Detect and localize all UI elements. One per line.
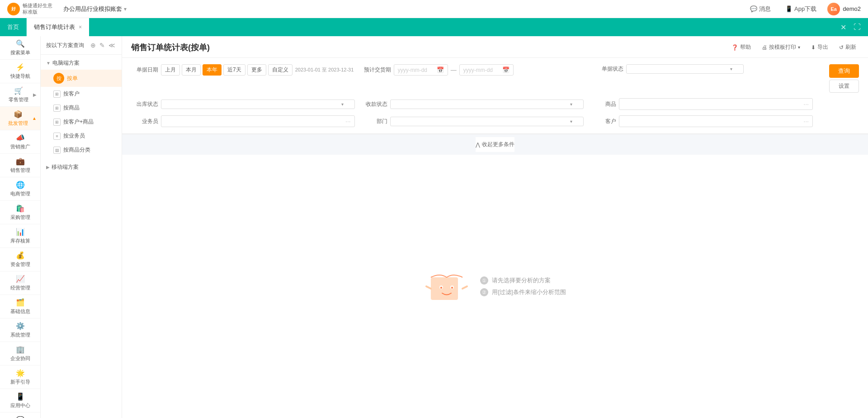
enterprise-icon: 🏢 bbox=[16, 345, 25, 354]
help-button[interactable]: ❓ 帮助 bbox=[729, 42, 754, 53]
dept-select[interactable]: ▾ bbox=[390, 117, 584, 126]
date-btn-this-year[interactable]: 本年 bbox=[203, 64, 222, 76]
goods-label: 商品 bbox=[589, 100, 616, 108]
tab-home[interactable]: 首页 bbox=[0, 18, 27, 36]
scheme-item-by-salesperson[interactable]: ≡ 按业务员 bbox=[41, 129, 122, 143]
scheme-title: 按以下方案查询 bbox=[46, 42, 87, 49]
scheme-group-desktop-title[interactable]: ▼ 电脑端方案 bbox=[41, 57, 122, 70]
sidebar-item-purchase[interactable]: 🛍️ 采购管理 bbox=[0, 201, 40, 224]
collapse-bar: ⋀ 收起更多条件 bbox=[122, 134, 868, 155]
sidebar-item-shortcut[interactable]: ⚡ 快捷导航 bbox=[0, 60, 40, 83]
svg-point-4 bbox=[451, 287, 453, 289]
scheme-item-by-cust-goods[interactable]: ⊞ 按客户+商品 bbox=[41, 115, 122, 129]
empty-hints: ① 请先选择要分析的方案 ② 用[过滤]条件来缩小分析范围 bbox=[480, 276, 566, 296]
salesperson-label: 业务员 bbox=[131, 118, 158, 125]
sidebar-item-operation[interactable]: 📈 经营管理 bbox=[0, 271, 40, 295]
main-content: 销售订单统计表(按单) ❓ 帮助 🖨 按模板打印 ▾ ⬇ bbox=[122, 36, 868, 418]
logo-area: 好 畅捷通好生意 标准版 bbox=[7, 3, 52, 15]
operation-icon: 📈 bbox=[16, 275, 25, 283]
goods-input[interactable]: ··· bbox=[619, 98, 813, 110]
scheme-mobile-label: 移动端方案 bbox=[52, 163, 79, 171]
basic-icon: 🗂️ bbox=[16, 298, 25, 307]
date-label: 单据日期 bbox=[131, 66, 158, 74]
sidebar-item-marketing[interactable]: 📣 营销推广 bbox=[0, 130, 40, 154]
setting-button[interactable]: 设置 bbox=[829, 80, 859, 93]
sidebar-item-weixin[interactable]: 💬 企业微信 bbox=[0, 413, 40, 418]
customer-input[interactable]: ··· bbox=[619, 115, 813, 127]
top-bar: 好 畅捷通好生意 标准版 办公用品行业模拟账套 ▾ 💬 消息 📱 App下载 E… bbox=[0, 0, 868, 18]
status-select[interactable]: ▾ bbox=[626, 64, 744, 74]
message-button[interactable]: 💬 消息 bbox=[746, 3, 774, 15]
sidebar-item-basic[interactable]: 🗂️ 基础信息 bbox=[0, 295, 40, 318]
scheme-item-by-category[interactable]: ▤ 按商品分类 bbox=[41, 143, 122, 157]
svg-line-6 bbox=[462, 286, 467, 289]
tab-sales-order[interactable]: 销售订单统计表 × bbox=[27, 18, 89, 36]
sidebar-item-inventory[interactable]: 📊 库存核算 bbox=[0, 224, 40, 248]
empty-state: ① 请先选择要分析的方案 ② 用[过滤]条件来缩小分析范围 bbox=[122, 155, 868, 418]
search-button[interactable]: 查询 bbox=[829, 64, 859, 78]
scheme-edit-button[interactable]: ✎ bbox=[99, 41, 106, 50]
tab-close-button[interactable]: × bbox=[79, 24, 82, 30]
scheme-collapse-button[interactable]: ≪ bbox=[108, 41, 116, 50]
dept-arrow-icon: ▾ bbox=[570, 119, 572, 124]
export-button[interactable]: ⬇ 导出 bbox=[808, 42, 831, 53]
date-btn-custom[interactable]: 自定义 bbox=[268, 64, 292, 76]
breadcrumb[interactable]: 办公用品行业模拟账套 ▾ bbox=[63, 5, 127, 13]
sidebar-label-operation: 经营管理 bbox=[10, 285, 30, 291]
sidebar-item-newbie[interactable]: 🌟 新手引导 bbox=[0, 366, 40, 389]
inventory-icon: 📊 bbox=[16, 228, 25, 236]
sidebar-item-ecom[interactable]: 🌐 电商管理 bbox=[0, 177, 40, 201]
print-button[interactable]: 🖨 按模板打印 ▾ bbox=[759, 42, 803, 53]
sidebar-label-sales: 销售管理 bbox=[10, 167, 30, 173]
salesperson-input[interactable]: ··· bbox=[161, 115, 355, 127]
tab-bar: 首页 销售订单统计表 × ✕ ⛶ bbox=[0, 18, 868, 36]
scheme-item-label-by-order: 按单 bbox=[67, 75, 78, 82]
scheme-item-by-order[interactable]: 按 按单 bbox=[41, 70, 122, 87]
sidebar-item-system[interactable]: ⚙️ 系统管理 bbox=[0, 318, 40, 342]
sidebar-item-appstore[interactable]: 📱 应用中心 bbox=[0, 389, 40, 413]
refresh-button[interactable]: ↺ 刷新 bbox=[836, 42, 859, 53]
app-download-button[interactable]: 📱 App下载 bbox=[782, 3, 820, 15]
date-dash: — bbox=[451, 66, 457, 73]
date-btn-7days[interactable]: 近7天 bbox=[223, 64, 245, 76]
logo-icon: 好 bbox=[7, 3, 20, 15]
sidebar-label-system: 系统管理 bbox=[10, 332, 30, 338]
sidebar-label-retail: 零售管理 bbox=[9, 96, 28, 103]
collapse-button[interactable]: ⋀ 收起更多条件 bbox=[476, 137, 514, 152]
scheme-item-by-goods[interactable]: ⊞ 按商品 bbox=[41, 101, 122, 115]
sidebar-label-enterprise: 企业协同 bbox=[10, 355, 30, 361]
scheme-group-mobile-title[interactable]: ▶ 移动端方案 bbox=[41, 161, 122, 174]
expected-date-start-input[interactable]: yyyy-mm-dd 📅 bbox=[394, 64, 448, 76]
user-area[interactable]: Ea demo2 bbox=[827, 3, 861, 15]
sidebar-item-finance[interactable]: 💰 资金管理 bbox=[0, 248, 40, 271]
date-btn-this-month[interactable]: 本月 bbox=[182, 64, 201, 76]
content-area: 按以下方案查询 ⊕ ✎ ≪ ▼ 电脑端方案 按 按单 bbox=[41, 36, 868, 418]
date-btn-more[interactable]: 更多 bbox=[247, 64, 266, 76]
newbie-icon: 🌟 bbox=[16, 369, 25, 377]
scheme-item-by-customer[interactable]: ⊞ 按客户 bbox=[41, 87, 122, 101]
goods-dots-icon: ··· bbox=[803, 100, 809, 108]
empty-illustration bbox=[424, 264, 469, 309]
tab-bar-actions: ✕ ⛶ bbox=[833, 18, 868, 36]
empty-hint-2: ② 用[过滤]条件来缩小分析范围 bbox=[480, 288, 566, 296]
sidebar-item-enterprise[interactable]: 🏢 企业协同 bbox=[0, 342, 40, 366]
scheme-item-label-by-category: 按商品分类 bbox=[63, 146, 90, 154]
expected-date-end-input[interactable]: yyyy-mm-dd 📅 bbox=[459, 64, 514, 76]
date-btn-last-month[interactable]: 上月 bbox=[161, 64, 180, 76]
print-icon: 🖨 bbox=[762, 44, 767, 51]
sidebar-item-wholesale[interactable]: 📦 批发管理 ▲ bbox=[0, 107, 40, 130]
scheme-add-button[interactable]: ⊕ bbox=[90, 41, 97, 50]
sidebar-item-sales[interactable]: 💼 销售管理 bbox=[0, 154, 40, 177]
status-select-arrow-icon: ▾ bbox=[730, 66, 732, 71]
sidebar-item-retail[interactable]: 🛒 零售管理 ▶ bbox=[0, 83, 40, 107]
sidebar-item-search[interactable]: 🔍 搜索菜单 bbox=[0, 36, 40, 60]
tab-close-window-button[interactable]: ✕ bbox=[839, 21, 848, 33]
tab-maximize-button[interactable]: ⛶ bbox=[852, 21, 863, 33]
sidebar-label-shortcut: 快捷导航 bbox=[10, 73, 30, 79]
out-status-select[interactable]: ▾ bbox=[161, 100, 355, 109]
date-buttons: 上月 本月 本年 近7天 更多 自定义 bbox=[161, 64, 292, 76]
pay-status-select[interactable]: ▾ bbox=[390, 100, 584, 109]
sidebar: 🔍 搜索菜单 ⚡ 快捷导航 🛒 零售管理 ▶ 📦 批发管理 ▲ 📣 营销推广 bbox=[0, 36, 41, 418]
out-status-label: 出库状态 bbox=[131, 100, 158, 108]
avatar: Ea bbox=[827, 3, 840, 15]
